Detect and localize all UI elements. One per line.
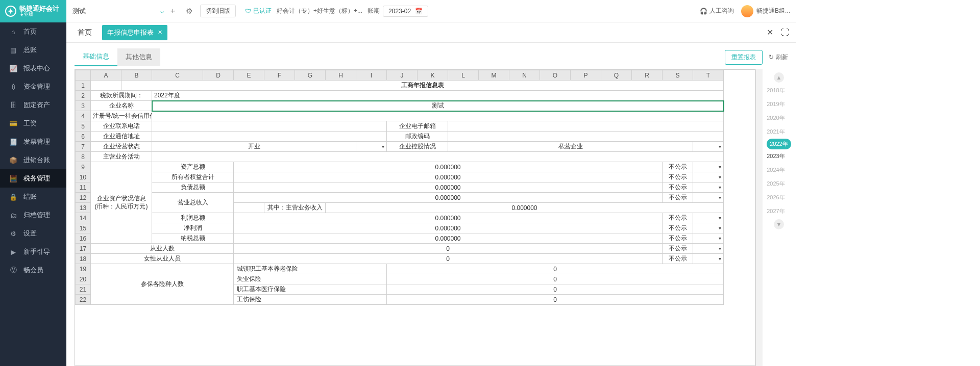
publish-select[interactable]: 不公示 [663,162,693,172]
cell-input[interactable] [152,132,387,142]
row-header[interactable]: 6 [76,132,91,142]
row-header[interactable]: 19 [76,264,91,274]
cell-value[interactable]: 0 [387,264,724,274]
close-icon[interactable]: ✕ [158,29,162,36]
row-header[interactable]: 21 [76,284,91,295]
fullscreen-icon[interactable]: ⛶ [779,27,791,39]
row-header[interactable]: 13 [76,203,91,213]
year-item[interactable]: 2023年 [767,149,791,163]
col-header[interactable]: J [387,70,418,81]
subtab-basic[interactable]: 基础信息 [75,48,117,66]
row-header[interactable]: 22 [76,295,91,305]
dropdown-icon[interactable] [693,213,724,223]
publish-select[interactable]: 不公示 [663,233,693,244]
dropdown-icon[interactable] [693,223,724,233]
publish-select[interactable]: 不公示 [663,254,693,264]
year-up-icon[interactable]: ▲ [774,72,784,83]
sidebar-item-archive[interactable]: 🗂归档管理 [0,206,66,224]
subtab-other[interactable]: 其他信息 [117,48,160,66]
cell-value[interactable]: 0.000000 [234,182,663,193]
cell-value[interactable]: 0 [234,244,663,254]
dropdown-icon[interactable] [356,142,387,152]
cell-select[interactable]: 私营企业 [448,142,693,152]
cell-value[interactable]: 0.000000 [234,233,663,244]
col-header[interactable]: A [91,70,121,81]
dropdown-icon[interactable] [693,142,724,152]
col-header[interactable]: N [509,70,540,81]
add-icon[interactable]: ＋ [166,5,179,17]
row-header[interactable]: 11 [76,182,91,193]
customer-service-link[interactable]: 🎧 人工咨询 [700,7,734,15]
reset-report-button[interactable]: 重置报表 [725,50,763,65]
sidebar-item-close[interactable]: 🔒结账 [0,188,66,206]
row-header[interactable]: 4 [76,111,91,121]
row-header[interactable]: 12 [76,193,91,203]
col-header[interactable]: P [571,70,601,81]
row-header[interactable]: 20 [76,274,91,284]
cell-input[interactable] [152,121,387,132]
dropdown-icon[interactable] [693,254,724,264]
sidebar-item-invoice[interactable]: 🧾发票管理 [0,133,66,151]
dropdown-icon[interactable] [693,244,724,254]
cell-value[interactable]: 0 [387,284,724,295]
company-name-input[interactable]: 测试 [152,101,724,111]
sidebar-item-chart[interactable]: 📈报表中心 [0,59,66,77]
row-header[interactable]: 3 [76,101,91,111]
company-select[interactable]: 测试 ⌵ [72,5,164,18]
year-item[interactable]: 2019年 [767,97,791,111]
publish-select[interactable]: 不公示 [663,193,693,203]
publish-select[interactable]: 不公示 [663,223,693,233]
year-item[interactable]: 2024年 [767,163,791,177]
cell-value[interactable]: 0.000000 [234,223,663,233]
dropdown-icon[interactable] [693,162,724,172]
sidebar-item-ledger[interactable]: ▤总账 [0,41,66,59]
cell-value[interactable]: 0.000000 [234,213,663,223]
publish-select[interactable]: 不公示 [663,213,693,223]
col-header[interactable]: E [234,70,264,81]
row-header[interactable]: 16 [76,233,91,244]
sidebar-item-settings[interactable]: ⚙设置 [0,224,66,243]
row-header[interactable]: 2 [76,91,91,101]
col-header[interactable]: C [152,70,203,81]
col-header[interactable]: F [264,70,295,81]
cell-value[interactable]: 0 [234,254,663,264]
avatar[interactable] [741,5,753,17]
year-item[interactable]: 2018年 [767,84,791,97]
row-header[interactable]: 8 [76,152,91,162]
row-header[interactable]: 15 [76,223,91,233]
row-header[interactable]: 18 [76,254,91,264]
row-header[interactable]: 14 [76,213,91,223]
row-header[interactable]: 17 [76,244,91,254]
refresh-button[interactable]: ↻ 刷新 [769,53,788,62]
publish-select[interactable]: 不公示 [663,244,693,254]
row-header[interactable]: 5 [76,121,91,132]
col-header[interactable]: B [121,70,152,81]
tab-annual-report[interactable]: 年报信息申报表 ✕ [102,25,167,40]
dropdown-icon[interactable] [693,233,724,244]
year-item[interactable]: 2025年 [767,177,791,191]
sidebar-item-inventory[interactable]: 📦进销台账 [0,151,66,169]
publish-select[interactable]: 不公示 [663,172,693,182]
row-header[interactable]: 7 [76,142,91,152]
cell-input[interactable] [152,152,724,162]
gear-icon[interactable]: ⚙ [183,5,195,17]
col-header[interactable]: R [632,70,663,81]
cell-value[interactable]: 0.000000 [234,162,663,172]
year-item[interactable]: 2022年 [767,139,791,149]
dropdown-icon[interactable] [693,172,724,182]
dropdown-icon[interactable] [693,182,724,193]
close-all-tabs-icon[interactable]: ✕ [764,27,776,39]
row-header[interactable]: 1 [76,81,91,91]
row-header[interactable]: 10 [76,172,91,182]
cell-value[interactable]: 0 [387,295,724,305]
spreadsheet[interactable]: ABCDEFGHIJKLMNOPQRST1工商年报信息表2税款所属期间：2022… [75,69,755,366]
year-down-icon[interactable]: ▼ [774,219,784,229]
row-header[interactable]: 9 [76,162,91,172]
cell-value[interactable]: 0.000000 [234,193,663,203]
col-header[interactable]: S [663,70,693,81]
cell-value[interactable]: 0.000000 [326,203,724,213]
col-header[interactable]: I [356,70,387,81]
year-item[interactable]: 2027年 [767,204,791,218]
col-header[interactable]: L [448,70,479,81]
sidebar-item-vip[interactable]: Ⓥ畅会员 [0,261,66,279]
